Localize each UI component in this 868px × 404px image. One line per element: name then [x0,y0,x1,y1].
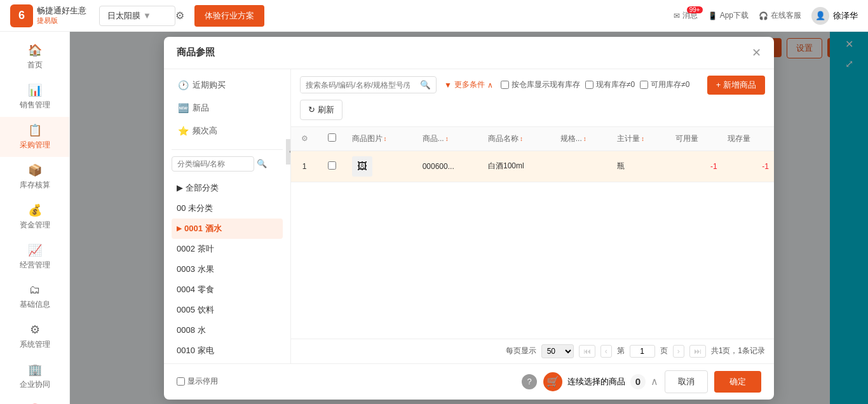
category-0004[interactable]: 0004 零食 [172,279,283,300]
sidebar-item-finance[interactable]: 💰 资金管理 [0,197,69,237]
cancel-button[interactable]: 取消 [665,370,708,393]
experience-button[interactable]: 体验行业方案 [194,5,264,27]
modal-left-tabs: 🕐 近期购买 🆕 新品 ⭐ 频次高 [164,69,290,147]
gear-button[interactable]: ⚙ [175,10,184,22]
product-search-input[interactable] [301,77,415,93]
select-all-checkbox[interactable] [328,133,336,142]
clock-icon: 🕐 [178,80,189,90]
user-area[interactable]: 👤 徐泽华 [811,7,858,25]
tab-new-products[interactable]: 🆕 新品 [172,97,283,119]
tab-frequent-label: 频次高 [193,125,217,137]
row-checkbox[interactable] [328,161,336,170]
warehouse-stock-checkbox-label[interactable]: 按仓库显示现有库存 [501,79,580,90]
category-0002[interactable]: 0002 茶叶 [172,239,283,259]
active-caret-icon: ▶ [177,225,182,232]
logo-area: 6 畅捷通好生意 捷易版 [10,4,86,27]
help-icon[interactable]: ? [522,374,537,389]
next-page-button[interactable]: › [673,345,684,358]
sidebar-label-inventory: 库存核算 [20,180,50,191]
sort-name-icon[interactable]: ↕ [520,135,523,142]
page-number-input[interactable] [630,345,655,358]
sidebar-item-system[interactable]: ⚙ 系统管理 [0,316,69,356]
cart-count: 0 [630,374,646,389]
online-service-item[interactable]: 🎧 在线客服 [759,10,801,21]
sidebar-item-inventory[interactable]: 📦 库存核算 [0,157,69,197]
first-page-button[interactable]: ⏮ [579,345,595,358]
more-filter-button[interactable]: ▼ 更多条件 ∧ [442,77,496,93]
message-badge: 99+ [687,6,703,13]
current-stock-checkbox[interactable] [585,81,593,89]
category-0001[interactable]: ▶ 0001 酒水 [172,219,283,239]
tab-recent-purchase[interactable]: 🕐 近期购买 [172,74,283,96]
warehouse-stock-checkbox[interactable] [501,81,509,89]
messages-icon-item[interactable]: ✉ 消息 99+ [674,10,698,21]
sidebar-item-home[interactable]: 🏠 首页 [0,37,69,77]
category-00[interactable]: 00 未分类 [172,198,283,219]
sidebar-item-sales[interactable]: 📊 销售管理 [0,77,69,117]
sidebar-label-purchase: 采购管理 [20,140,50,151]
th-stock: 现存量 [722,127,774,151]
home-icon: 🏠 [28,43,42,57]
td-image: 🖼 [347,151,417,182]
confirm-button[interactable]: 确定 [714,371,761,393]
filter-label: 更多条件 [454,79,485,90]
sort-unit-icon[interactable]: ↕ [641,135,644,142]
category-all[interactable]: ▶ 全部分类 [172,178,283,198]
chevron-up-icon[interactable]: ∧ [651,375,658,387]
logo-icon: 6 [10,4,33,27]
inventory-icon: 📦 [28,163,42,177]
show-disabled-checkbox[interactable] [177,377,185,386]
prev-page-button[interactable]: ‹ [600,345,612,358]
tab-new-products-label: 新品 [193,102,209,114]
sidebar-item-guide[interactable]: 🎯 新手引导 [0,396,69,404]
td-available: -1 [670,151,722,182]
category-0005[interactable]: 0005 饮料 [172,300,283,320]
sidebar-label-operation: 经营管理 [20,260,50,271]
category-search-icon[interactable]: 🔍 [257,159,267,168]
modal-toolbar: 🔍 ▼ 更多条件 ∧ 按仓库显示现有库存 [291,69,774,127]
collapse-button[interactable]: « [286,139,291,165]
per-page-select[interactable]: 50 10 20 100 [541,344,574,358]
sort-image-icon[interactable]: ↕ [384,135,387,142]
category-search-wrap: 🔍 [164,152,290,175]
category-all-label: 全部分类 [186,182,219,194]
add-product-button[interactable]: + 新增商品 [707,76,765,95]
category-0003[interactable]: 0003 水果 [172,259,283,279]
category-search-input[interactable] [172,156,254,172]
store-selector[interactable]: 日太阳膜 ▼ [99,6,175,26]
per-page-label: 每页显示 [506,346,536,356]
system-icon: ⚙ [30,323,40,337]
sidebar-item-operation[interactable]: 📈 经营管理 [0,237,69,277]
category-list: ▶ 全部分类 00 未分类 ▶ 0001 酒水 0002 茶 [164,175,290,363]
current-stock-label: 现有库存≠0 [596,79,635,90]
available-stock-checkbox-label[interactable]: 可用库存≠0 [640,79,689,90]
tab-frequent[interactable]: ⭐ 频次高 [172,120,283,142]
category-0010[interactable]: 0010 家电 [172,340,283,361]
sort-spec-icon[interactable]: ↕ [583,135,587,142]
app-download-item[interactable]: 📱 App下载 [708,10,749,21]
sort-code-icon[interactable]: ↕ [445,135,449,142]
basic-icon: 🗂 [29,283,41,297]
current-stock-checkbox-label[interactable]: 现有库存≠0 [585,79,635,90]
sidebar-label-enterprise: 企业协同 [20,379,50,390]
tab-recent-purchase-label: 近期购买 [193,79,226,91]
show-disabled-label[interactable]: 显示停用 [177,376,218,387]
modal-footer: 显示停用 ? 🛒 连续选择的商品 0 ∧ 取消 确定 [164,363,774,400]
table-settings-icon[interactable]: ⚙ [301,134,308,143]
sidebar-item-enterprise[interactable]: 🏢 企业协同 [0,356,69,396]
username: 徐泽华 [833,10,858,22]
available-stock-checkbox[interactable] [640,81,648,89]
modal-close-button[interactable]: ✕ [752,46,761,60]
sidebar-item-basic[interactable]: 🗂 基础信息 [0,277,69,316]
product-search-button[interactable]: 🔍 [415,77,436,93]
category-0008[interactable]: 0008 水 [172,320,283,340]
sidebar-label-finance: 资金管理 [20,220,50,231]
page-prefix: 第 [617,346,625,356]
refresh-button[interactable]: ↻ 刷新 [300,100,342,120]
cart-text: 连续选择的商品 [567,376,625,387]
finance-icon: 💰 [28,203,42,217]
th-unit: 主计量↕ [612,127,670,151]
sidebar-item-purchase[interactable]: 📋 采购管理 [0,117,69,157]
last-page-button[interactable]: ⏭ [689,345,706,358]
filter-icon: ▼ [444,81,452,90]
